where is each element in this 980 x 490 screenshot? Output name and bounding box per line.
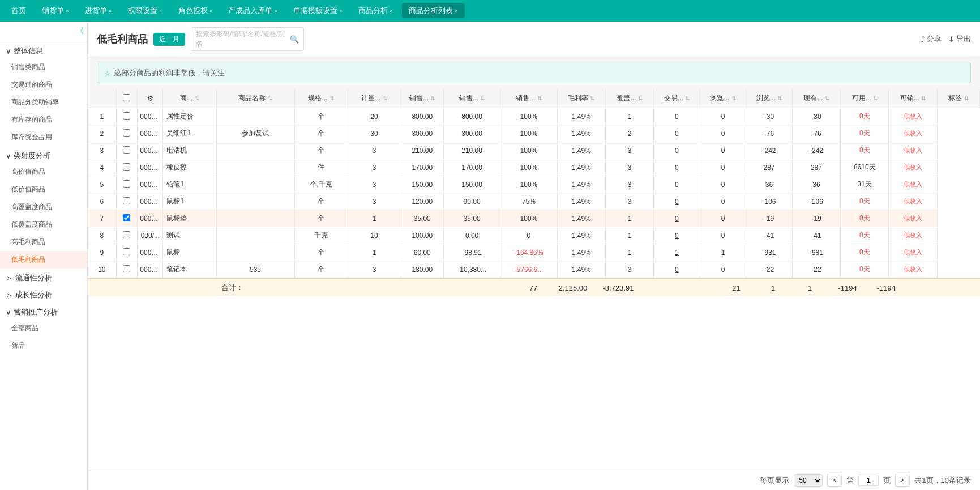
cell-browse1[interactable]: 0 [654,210,700,227]
nav-product-analysis[interactable]: 商品分析 × [352,3,400,18]
row-checkbox[interactable] [123,180,130,188]
cell-check[interactable] [116,193,138,210]
th-cover-rate[interactable]: 覆盖... ⇅ [605,89,653,108]
cell-check[interactable] [116,176,138,193]
nav-close-template[interactable]: × [339,8,343,14]
th-sellable[interactable]: 可销... ⇅ [889,89,937,108]
sidebar-item-category-rate[interactable]: 商品分类助销率 [0,93,87,111]
nav-home[interactable]: 首页 [5,3,33,18]
cell-sales-price: 150.00 [401,176,443,193]
sidebar-item-high-value[interactable]: 高价值商品 [0,163,87,181]
page-input[interactable] [858,475,879,486]
nav-close-product-instock[interactable]: × [274,8,277,14]
sidebar-item-low-coverage[interactable]: 低覆盖度商品 [0,216,87,233]
cell-browse1[interactable]: 0 [654,261,700,278]
th-sales-qty[interactable]: 销售... ⇅ [401,89,443,108]
cell-browse1[interactable]: 0 [654,125,700,142]
th-setting[interactable]: ⚙ [138,89,163,108]
th-unit[interactable]: 计量... ⇅ [348,89,401,108]
cell-browse1[interactable]: 0 [654,108,700,125]
th-name[interactable]: 商品名称 ⇅ [216,89,294,108]
cell-check[interactable] [116,244,138,261]
sidebar-item-stock-goods[interactable]: 有库存的商品 [0,111,87,129]
nav-sales-order[interactable]: 销货单 × [35,3,76,18]
nav-close-permission[interactable]: × [159,8,162,14]
nav-template-settings[interactable]: 单据模板设置 × [286,3,349,18]
sidebar-group-analysis[interactable]: ∨ 类射度分析 [0,146,87,163]
share-button[interactable]: ⤴ 分享 [921,34,942,44]
sidebar-item-high-profit[interactable]: 高毛利商品 [0,233,87,251]
sidebar-group-marketing[interactable]: ∨ 营销推广分析 [0,302,87,319]
row-checkbox[interactable] [123,265,130,272]
cell-code: 0000... [138,244,163,261]
nav-close-product-analysis[interactable]: × [390,8,393,14]
row-checkbox[interactable] [123,112,130,120]
sidebar-item-all-goods[interactable]: 全部商品 [0,319,87,337]
sidebar-group-liquidity[interactable]: ＞ 流通性分析 [0,269,87,286]
export-button[interactable]: ⬇ 导出 [948,34,971,44]
cell-check[interactable] [116,125,138,142]
th-sales-price[interactable]: 销售... ⇅ [443,89,500,108]
sidebar-item-high-coverage[interactable]: 高覆盖度商品 [0,198,87,216]
cell-check[interactable] [116,142,138,159]
th-profit-rate[interactable]: 毛利率 ⇅ [557,89,605,108]
row-checkbox[interactable] [123,248,130,255]
cell-browse1[interactable]: 0 [654,159,700,176]
nav-purchase-order[interactable]: 进货单 × [78,3,119,18]
cell-check[interactable] [116,227,138,244]
cell-check[interactable] [116,159,138,176]
nav-role-auth[interactable]: 角色授权 × [172,3,220,18]
cell-unit: 件 [294,159,348,176]
nav-product-instock[interactable]: 产成品入库单 × [221,3,284,18]
row-checkbox[interactable] [123,146,130,154]
th-code[interactable]: 商... ⇅ [163,89,216,108]
cell-sales-price: 300.00 [401,125,443,142]
row-checkbox[interactable] [123,197,130,204]
period-button[interactable]: 近一月 [153,33,185,46]
th-browse2[interactable]: 浏览... ⇅ [746,89,793,108]
sidebar-item-low-value[interactable]: 低价值商品 [0,181,87,198]
nav-close-sales-order[interactable]: × [66,8,69,14]
th-avail[interactable]: 可用... ⇅ [841,89,889,108]
cell-browse1[interactable]: 0 [654,142,700,159]
cell-check[interactable] [116,108,138,125]
check-all[interactable] [123,94,130,101]
cell-browse1[interactable]: 1 [654,244,700,261]
nav-close-purchase-order[interactable]: × [109,8,112,14]
row-checkbox[interactable] [123,231,130,238]
sidebar-item-new-goods[interactable]: 新品 [0,337,87,355]
row-checkbox[interactable] [123,129,130,137]
sidebar-item-low-profit[interactable]: 低毛利商品 [0,251,87,269]
th-stock[interactable]: 现有... ⇅ [792,89,840,108]
nav-permission-settings[interactable]: 权限设置 × [121,3,169,18]
cell-unit: 个 [294,108,348,125]
th-spec[interactable]: 规格... ⇅ [294,89,348,108]
next-page-btn[interactable]: ＞ [895,474,910,487]
cell-browse1[interactable]: 0 [654,176,700,193]
row-checkbox[interactable] [123,163,130,171]
per-page-select[interactable]: 50 20 100 200 [794,474,823,487]
th-trans[interactable]: 交易... ⇅ [654,89,700,108]
cell-browse1[interactable]: 0 [654,227,700,244]
th-tag[interactable]: 标签 ⇅ [937,89,979,108]
sidebar-item-stock-capital[interactable]: 库存资金占用 [0,129,87,146]
nav-close-analysis-list[interactable]: × [455,8,458,14]
search-box[interactable]: 搜索条形码/编码/名称/规格/别名 🔍 [191,27,304,51]
cell-check[interactable] [116,261,138,278]
sidebar-group-growth[interactable]: ＞ 成长性分析 [0,286,87,302]
prev-page-btn[interactable]: ＜ [827,474,842,487]
th-sales-amt[interactable]: 销售... ⇅ [500,89,557,108]
sidebar-item-sales-goods[interactable]: 销售类商品 [0,58,87,76]
row-checkbox[interactable] [123,214,130,221]
nav-product-analysis-list[interactable]: 商品分析列表 × [402,3,465,18]
search-icon[interactable]: 🔍 [290,35,299,44]
sidebar-item-traded-goods[interactable]: 交易过的商品 [0,76,87,93]
sidebar-collapse-btn[interactable]: 《 [0,22,87,41]
sidebar-group-overall[interactable]: ∨ 整体信息 [0,41,87,58]
cell-sellable: 0天 [841,261,889,278]
th-browse1[interactable]: 浏览... ⇅ [700,89,746,108]
cell-browse1[interactable]: 0 [654,193,700,210]
cell-check[interactable] [116,210,138,227]
nav-close-role-auth[interactable]: × [209,8,213,14]
collapse-icon[interactable]: 《 [76,26,84,36]
